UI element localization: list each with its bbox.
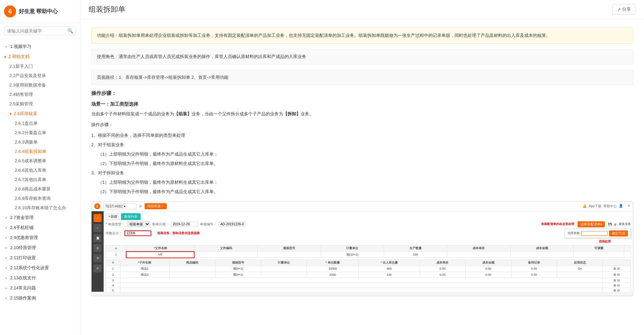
mock-sidebar-icon-4: ⊞ <box>94 244 102 252</box>
step3: 3、对于拆卸业务 <box>91 169 633 177</box>
plus-icon-1: ＋ <box>4 44 8 50</box>
mock-select-type[interactable]: 组装单据 <box>127 221 150 227</box>
sidebar-item-1[interactable]: ＋ 1.视频学习 <box>0 42 80 52</box>
mock-sidebar-icon-5: 👁 <box>94 254 102 262</box>
step2: 2、对于组装业务 <box>91 141 633 149</box>
mock-sidebar-icon-6: ⚙ <box>94 264 102 272</box>
sidebar-item-2-5[interactable]: 2.5采购管理 <box>0 99 80 109</box>
sidebar-item-2-3[interactable]: 2.3使用前数据准备 <box>0 80 80 90</box>
sidebar-item-1-label: 1.视频学习 <box>10 44 31 50</box>
sidebar-item-2-10[interactable]: ＋ 2.10经营管理 <box>0 243 80 253</box>
mock-lcell-amount1: 0.00 <box>466 266 511 272</box>
nav-tree: ＋ 1.视频学习 ● 2.帮助文档 2.1新手入门 2.2产品安装及登录 2.3… <box>0 39 80 335</box>
minus-icon-2-6: ● <box>9 111 12 116</box>
user-role-text: 使用角色：通常由生产人员或库管人员完成拆装业务的操作，库管人员确认原材料的出库和… <box>97 54 306 59</box>
mock-lcell-cost2: 0.00 <box>420 272 465 278</box>
sidebar-item-2-14-label: 2.14常见问题 <box>10 285 36 291</box>
sidebar-item-2-9[interactable]: ＋ 2.9优惠券管理 <box>0 233 80 243</box>
mock-lcell-total2: 100 <box>359 272 420 278</box>
mock-label-count: 件数合计： <box>106 231 122 236</box>
mock-lcell-total1: 900 <box>359 266 420 272</box>
mock-tab-new[interactable]: +新建 <box>106 213 120 220</box>
mock-help-icon: 帮助中心 <box>603 204 617 209</box>
mock-th-cost: 成本单价 <box>447 245 510 252</box>
mock-sidebar-icon-3: 📋 <box>94 234 102 242</box>
mock-input-billno[interactable] <box>219 222 246 227</box>
logo-icon: 6 <box>4 5 16 17</box>
mock-lcell-ops5: ⊞ ⊟ <box>603 288 631 292</box>
mock-print-icon: 🖨 <box>614 223 617 226</box>
mock-cell-avail1 <box>574 252 624 258</box>
mock-lcell-unit1 <box>261 266 307 272</box>
plus-icon-2-13: ＋ <box>4 275 8 281</box>
mock-new-btn[interactable]: 按期间查一 <box>145 203 167 209</box>
mock-lower-row-4: 4 ⊞ ⊟ <box>106 283 631 288</box>
mock-label-date: 制单日期： <box>152 222 169 227</box>
sidebar-item-2-6-5[interactable]: 2.6.5成本调整单 <box>0 156 80 166</box>
sidebar-item-2-6-6[interactable]: 2.6.6其他入库单 <box>0 166 80 175</box>
mock-lth-remark: 备用记录 <box>511 260 557 266</box>
mock-input-count[interactable] <box>124 230 151 236</box>
sidebar-item-2-12[interactable]: ＋ 2.12系统个性化设置 <box>0 263 80 273</box>
sidebar-item-2-14[interactable]: ＋ 2.14常见问题 <box>0 283 80 293</box>
sidebar-item-2-6-10[interactable]: 2.6.10库存账本错了怎么办 <box>0 203 80 213</box>
mock-lcell-seq4: 4 <box>106 283 120 288</box>
mock-annotation-3-row: 启用处理 <box>106 239 631 244</box>
sidebar-item-2-6-3[interactable]: 2.6.3调拨单 <box>0 137 80 147</box>
user-role-block: 使用角色：通常由生产人员或库管人员完成拆装业务的操作，库管人员确认原材料的出库和… <box>91 49 633 64</box>
sidebar-item-2-7[interactable]: ＋ 2.7资金管理 <box>0 213 80 223</box>
search-icon[interactable]: 🔍 <box>67 28 73 34</box>
sidebar-item-2-8[interactable]: ＋ 2.8手机旺铺 <box>0 223 80 233</box>
sidebar-item-2-label: 2.帮助文档 <box>8 54 30 60</box>
mock-qiyong-confirm[interactable]: 确定完成 <box>609 230 628 236</box>
mock-cell-seq1: 1 <box>106 252 126 258</box>
mock-lcell-empty5 <box>120 288 603 292</box>
step2-sub2: （2）下部明细为子件明细，最终作为原材料生成其它出库单。 <box>91 159 633 168</box>
search-input[interactable] <box>7 29 67 34</box>
top-bar: 组装拆卸单 ↗ 分享 <box>80 0 644 19</box>
mock-lth-amount: 成本金额 <box>466 260 511 266</box>
sidebar-item-2-11[interactable]: ＋ 2.11打印设置 <box>0 253 80 263</box>
mock-tab-list[interactable]: 数据列表 <box>121 213 141 220</box>
mock-lth-ops <box>603 260 631 266</box>
sidebar-item-2-6-2[interactable]: 2.6.2分量盘点单 <box>0 128 80 137</box>
mock-cell-spec1 <box>258 252 321 258</box>
sidebar-item-2-13[interactable]: ＋ 2.13在线支付 <box>0 273 80 283</box>
sidebar-item-2-2[interactable]: 2.2产品安装及登录 <box>0 71 80 80</box>
mock-lth-total: * 出入库总量 <box>359 260 420 266</box>
sidebar-item-2-6-1[interactable]: 2.6.1盘点单 <box>0 119 80 128</box>
mock-tab-bar: +新建 数据列表 <box>106 213 631 220</box>
mock-warehouse-input[interactable] <box>581 231 608 236</box>
plus-icon-2-8: ＋ <box>4 225 8 231</box>
mock-th-name1: *父件名称 <box>126 245 194 252</box>
plus-icon-2-9: ＋ <box>4 235 8 241</box>
mock-logo: 6 <box>94 203 100 209</box>
sidebar-item-2-1[interactable]: 2.1新手入门 <box>0 62 80 71</box>
sidebar-item-2-6-8[interactable]: 2.6.8商品成本重算 <box>0 184 80 194</box>
mock-topbar: 6 TEST-H002 ▾ ⟳ 按期间查一 🔔 App下载 帮助中心 👤 ✕ <box>92 202 633 211</box>
sidebar-item-2-15[interactable]: ＋ 2.15操作案例 <box>0 293 80 303</box>
mock-lth-seq: # <box>106 260 120 266</box>
mock-lower-row-5: 5 ⊞ ⊟ <box>106 288 631 292</box>
sidebar-item-2-7-label: 2.7资金管理 <box>10 215 34 221</box>
mock-input-date[interactable] <box>171 222 198 227</box>
mock-btn-select-bom[interactable]: 选择装配清单▾ <box>578 221 605 227</box>
sidebar-item-2-6-4[interactable]: 2.6.4组装拆卸单 <box>0 147 80 156</box>
mock-annotation-2-text: 组装业务、拆卸业务在这里选择 <box>157 231 200 235</box>
mock-cell-qty1: 箱(10+1) <box>321 252 384 258</box>
share-button[interactable]: ↗ 分享 <box>612 4 636 15</box>
sidebar-item-2[interactable]: ● 2.帮助文档 <box>0 52 80 62</box>
mock-close-icon: ✕ <box>628 204 630 209</box>
mock-lcell-amount2: 0.00 <box>466 272 511 278</box>
content-area: 功能介绍：组装拆卸单用来处理企业组装或拆卸等加工业务，支持有固定装配清单的产品加… <box>80 19 644 335</box>
sidebar-item-2-6-label: 2.6库存核算 <box>14 111 37 117</box>
sidebar-item-2-6-9[interactable]: 2.6.9库存账本查询 <box>0 194 80 203</box>
feature-intro-block: 功能介绍：组装拆卸单用来处理企业组装或拆卸等加工业务，支持有固定装配清单的产品加… <box>91 27 633 44</box>
sidebar-item-2-4[interactable]: 2.4销售管理 <box>0 90 80 99</box>
mock-lcell-barcode1 <box>169 266 215 272</box>
mock-lcell-ops4: ⊞ ⊟ <box>603 283 631 288</box>
sidebar-item-2-6-7[interactable]: 2.6.7其他出库单 <box>0 175 80 184</box>
mock-lcell-status2 <box>557 272 603 278</box>
mock-lcell-qty2: 1000 <box>307 272 359 278</box>
sidebar-item-2-6[interactable]: ● 2.6库存核算 <box>0 109 80 119</box>
